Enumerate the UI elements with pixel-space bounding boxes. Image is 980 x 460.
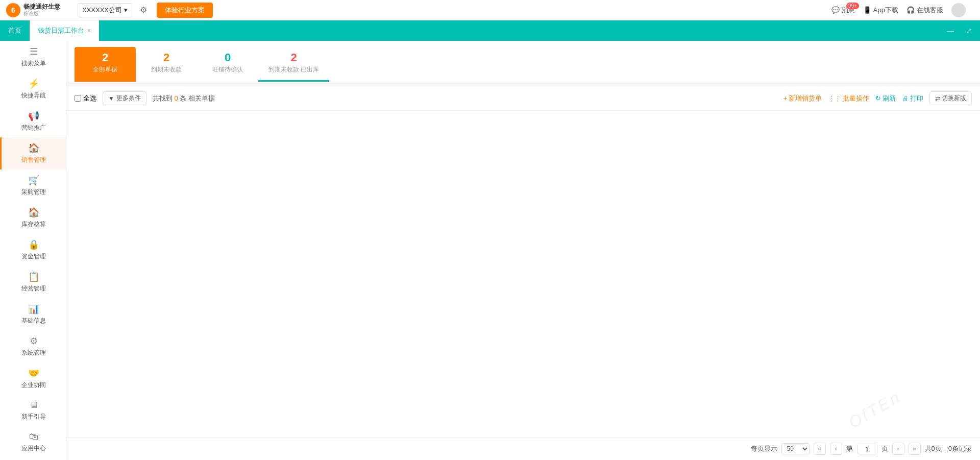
refresh-label: 刷新 [883, 94, 896, 103]
sales-icon: 🏠 [28, 142, 39, 154]
logo-text: 畅捷通好生意 标准版 [23, 3, 60, 16]
add-icon: + [783, 94, 787, 102]
switch-version-button[interactable]: ⇄ 切换新版 [929, 91, 972, 105]
sidebar-item-search-menu[interactable]: ☰ 搜索菜单 [0, 41, 66, 73]
top-bar: 6 畅捷通好生意 标准版 XXXXXX公司 ▾ ⚙ 体验行业方案 💬 消息 99… [0, 0, 980, 20]
last-page-button[interactable]: » [909, 443, 921, 455]
company-selector[interactable]: XXXXXX公司 ▾ [78, 3, 132, 17]
print-label: 打印 [910, 94, 923, 103]
messages-badge: 99+ [846, 3, 859, 9]
nav-window-controls: — ⤢ [943, 23, 980, 38]
found-unit: 条 [180, 94, 186, 102]
gear-button[interactable]: ⚙ [136, 3, 151, 17]
logo-sub: 标准版 [23, 11, 60, 17]
online-service-label: 在线客服 [917, 6, 943, 15]
finance-label: 资金管理 [21, 252, 46, 261]
nav-tab-home[interactable]: 首页 [0, 20, 30, 41]
cooperation-label: 企业协同 [21, 381, 46, 390]
basic-info-label: 基础信息 [21, 317, 46, 325]
select-all-area[interactable]: 全选 [75, 94, 96, 103]
stat-tab-overdue-out[interactable]: 2 到期未收款 已出库 [258, 47, 329, 82]
purchase-icon: 🛒 [28, 175, 39, 186]
add-sales-button[interactable]: + 新增销货单 [783, 94, 822, 103]
sidebar-item-inventory[interactable]: 🏠 库存核算 [0, 202, 66, 234]
top-right-area: 💬 消息 99+ 📱 App下载 🎧 在线客服 [831, 3, 974, 17]
app-download-button[interactable]: 📱 App下载 [863, 6, 898, 15]
service-icon: 🎧 [906, 6, 915, 14]
finance-icon: 🔒 [28, 239, 39, 250]
sidebar-item-sales[interactable]: 🏠 销售管理 [0, 137, 66, 170]
sidebar-item-basic-info[interactable]: 📊 基础信息 [0, 298, 66, 330]
sidebar-item-app-center[interactable]: 🛍 应用中心 [0, 426, 66, 458]
maximize-icon[interactable]: ⤢ [962, 23, 976, 38]
nav-tab-active[interactable]: 钱货日清工作台 × [30, 20, 99, 41]
batch-icon: ⋮⋮ [828, 94, 841, 102]
logo-main: 畅捷通好生意 [23, 3, 60, 10]
refresh-icon: ↻ [875, 94, 881, 102]
prev-page-button[interactable]: ‹ [830, 443, 842, 455]
search-menu-icon: ☰ [30, 46, 38, 57]
total-label: 共0页，0条记录 [925, 444, 972, 453]
dropdown-icon: ▾ [124, 6, 128, 14]
trial-button[interactable]: 体验行业方案 [157, 3, 213, 18]
next-page-button[interactable]: › [892, 443, 904, 455]
app-download-label: App下载 [873, 6, 898, 15]
found-suffix: 相关单据 [188, 94, 215, 102]
page-input[interactable] [857, 444, 877, 454]
main-layout: ☰ 搜索菜单 ⚡ 快捷导航 📢 营销推广 🏠 销售管理 🛒 采购管理 🏠 库存核… [0, 41, 980, 460]
sidebar-item-guide[interactable]: 🖥 新手引导 [0, 395, 66, 426]
stat-tab-overdue[interactable]: 2 到期未收款 [136, 47, 197, 82]
operation-label: 经营管理 [21, 284, 46, 293]
toolbar-right: + 新增销货单 ⋮⋮ 批量操作 ↻ 刷新 🖨 打印 ⇄ 切换新版 [783, 91, 972, 105]
sidebar-item-marketing[interactable]: 📢 营销推广 [0, 105, 66, 137]
filter-button[interactable]: ▼ 更多条件 [103, 91, 146, 105]
quick-nav-label: 快捷导航 [21, 91, 46, 100]
stat-all-num: 2 [85, 51, 126, 64]
inventory-icon: 🏠 [28, 207, 39, 218]
sidebar-item-system[interactable]: ⚙ 系统管理 [0, 330, 66, 362]
logo-icon: 6 [6, 3, 20, 17]
avatar[interactable] [951, 3, 966, 17]
guide-label: 新手引导 [21, 413, 46, 421]
home-tab-label: 首页 [8, 26, 21, 35]
batch-label: 批量操作 [843, 94, 869, 103]
sidebar-item-cooperation[interactable]: 🤝 企业协同 [0, 362, 66, 395]
print-button[interactable]: 🖨 打印 [902, 94, 923, 103]
add-label: 新增销货单 [789, 94, 822, 103]
switch-icon: ⇄ [935, 95, 940, 102]
nav-bar: 首页 钱货日清工作台 × — ⤢ [0, 20, 980, 41]
minimize-icon[interactable]: — [943, 23, 958, 38]
stat-tab-all[interactable]: 2 全部单据 [75, 47, 136, 82]
batch-operation-button[interactable]: ⋮⋮ 批量操作 [828, 94, 869, 103]
online-service-button[interactable]: 🎧 在线客服 [906, 6, 943, 15]
sidebar-item-purchase[interactable]: 🛒 采购管理 [0, 170, 66, 202]
close-tab-icon[interactable]: × [87, 27, 91, 34]
stat-pending-num: 0 [207, 51, 248, 64]
per-page-select[interactable]: 50 100 200 [781, 443, 810, 454]
sidebar-item-weixin[interactable]: 💬 企业微信 [0, 458, 66, 460]
messages-button[interactable]: 💬 消息 99+ [831, 6, 855, 15]
quick-nav-icon: ⚡ [28, 78, 39, 89]
stat-overdue-out-label: 到期未收款 已出库 [268, 65, 319, 74]
sidebar-item-operation[interactable]: 📋 经营管理 [0, 266, 66, 298]
sidebar-item-finance[interactable]: 🔒 资金管理 [0, 234, 66, 266]
marketing-icon: 📢 [28, 110, 39, 122]
sidebar-item-quick-nav[interactable]: ⚡ 快捷导航 [0, 73, 66, 105]
sidebar: ☰ 搜索菜单 ⚡ 快捷导航 📢 营销推广 🏠 销售管理 🛒 采购管理 🏠 库存核… [0, 41, 66, 460]
active-tab-label: 钱货日清工作台 [38, 26, 84, 35]
select-all-label: 全选 [83, 94, 96, 103]
found-prefix: 共找到 [153, 94, 173, 102]
select-all-checkbox[interactable] [75, 95, 81, 102]
inventory-label: 库存核算 [21, 220, 46, 229]
company-name: XXXXXX公司 [82, 6, 122, 15]
stat-tab-pending[interactable]: 0 旺铺待确认 [197, 47, 258, 82]
sales-label: 销售管理 [21, 156, 46, 164]
refresh-button[interactable]: ↻ 刷新 [875, 94, 896, 103]
system-label: 系统管理 [21, 349, 46, 357]
content-area: 2 全部单据 2 到期未收款 0 旺铺待确认 2 到期未收款 已出库 全选 [66, 41, 980, 460]
found-text: 共找到 0 条 相关单据 [153, 94, 215, 103]
cooperation-icon: 🤝 [28, 368, 39, 379]
filter-icon: ▼ [108, 95, 114, 102]
first-page-button[interactable]: « [814, 443, 826, 455]
app-center-label: 应用中心 [21, 444, 46, 453]
